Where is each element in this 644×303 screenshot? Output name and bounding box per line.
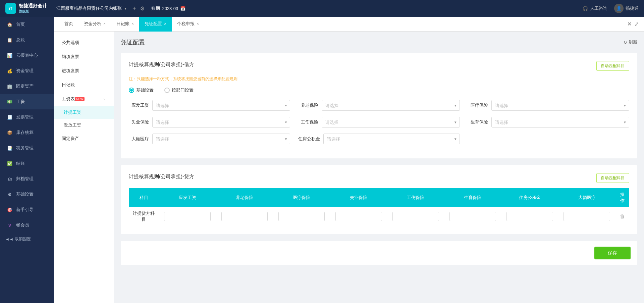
- td-action[interactable]: 🗑: [615, 207, 629, 226]
- tab-diary[interactable]: 日记账 ×: [111, 17, 139, 32]
- archive-icon: 🗂: [7, 176, 13, 182]
- sidebar-item-home[interactable]: 🏠 首页: [0, 17, 54, 32]
- td-unemployment-input[interactable]: [330, 207, 387, 226]
- tab-tax-close[interactable]: ×: [197, 21, 199, 26]
- input-base-salary[interactable]: [164, 212, 211, 221]
- sidebar-item-salary[interactable]: 💵 工资: [0, 94, 54, 109]
- radio-basic-circle: [129, 88, 134, 93]
- radio-basic-label: 基础设置: [136, 87, 154, 93]
- sidebar-item-guide[interactable]: 🎯 新手引导: [0, 202, 54, 217]
- select-maternity[interactable]: 请选择 ▼: [491, 117, 629, 128]
- select-unemployment[interactable]: 请选择 ▼: [152, 117, 290, 128]
- select-pension-input[interactable]: 请选择: [322, 100, 460, 111]
- company-selector[interactable]: 江西服宝精品有限责任公司内账张 ▼: [56, 5, 127, 11]
- delete-row-button[interactable]: 🗑: [620, 214, 625, 219]
- left-nav-public[interactable]: 公共选项: [54, 36, 114, 50]
- cancel-fixed-button[interactable]: ◄◄ 取消固定: [0, 233, 54, 245]
- left-nav-sales[interactable]: 销项发票: [54, 50, 114, 64]
- sidebar-label-funds: 资金管理: [16, 68, 34, 74]
- credit-section-title: 计提核算规则(公司承担)-贷方: [129, 173, 194, 180]
- close-window-icon[interactable]: ✕: [627, 21, 632, 27]
- tab-tax[interactable]: 个税申报 ×: [172, 17, 204, 32]
- debit-auto-match-button[interactable]: 自动匹配科目: [596, 61, 629, 71]
- td-housing-input[interactable]: [501, 207, 558, 226]
- form-row-3: 大额医疗 请选择 ▼ 住房公积金: [129, 134, 629, 144]
- select-pension[interactable]: 请选择 ▼: [322, 100, 460, 111]
- tab-voucher[interactable]: 凭证配置 ×: [139, 17, 172, 32]
- input-housing[interactable]: [506, 212, 553, 221]
- td-injury-input[interactable]: [387, 207, 444, 226]
- td-maternity-input[interactable]: [444, 207, 501, 226]
- select-maternity-input[interactable]: 请选择: [491, 117, 629, 128]
- user-menu[interactable]: 👤 畅捷通: [614, 4, 639, 13]
- select-base-salary-input[interactable]: 请选择: [152, 100, 290, 111]
- input-injury[interactable]: [392, 212, 439, 221]
- calendar-icon[interactable]: 📅: [180, 6, 185, 11]
- sidebar-item-invoice[interactable]: 🧾 发票管理: [0, 109, 54, 125]
- input-unemployment[interactable]: [335, 212, 382, 221]
- td-subject-label: 计提贷方科目: [129, 207, 159, 226]
- input-maternity[interactable]: [449, 212, 496, 221]
- refresh-button[interactable]: ↻ 刷新: [624, 39, 637, 45]
- sidebar-item-checkout[interactable]: ✅ 结账: [0, 156, 54, 171]
- field-injury: 工伤保险 请选择 ▼: [298, 117, 460, 128]
- tab-diary-close[interactable]: ×: [131, 21, 134, 26]
- left-nav-salary-table[interactable]: 工资表 NEW ∨: [54, 92, 114, 106]
- th-injury: 工伤保险: [387, 188, 444, 207]
- td-pension-input[interactable]: [216, 207, 273, 226]
- sidebar-item-assets[interactable]: 🏢 固定资产: [0, 79, 54, 94]
- select-medical-input[interactable]: 请选择: [491, 100, 629, 111]
- select-injury[interactable]: 请选择 ▼: [322, 117, 460, 128]
- input-pension[interactable]: [221, 212, 268, 221]
- sidebar-label-invoice: 发票管理: [16, 114, 34, 120]
- left-nav-diary[interactable]: 日记账: [54, 78, 114, 92]
- tab-home[interactable]: 首页: [59, 17, 78, 32]
- select-housing-fund[interactable]: 请选择 ▼: [323, 134, 460, 144]
- add-tab-button[interactable]: +: [132, 5, 136, 12]
- refresh-icon: ↻: [624, 40, 627, 45]
- topbar-right: 🎧 人工咨询 👤 畅捷通: [583, 4, 639, 13]
- select-base-salary[interactable]: 请选择 ▼: [152, 100, 290, 111]
- td-base-salary-input[interactable]: [159, 207, 216, 226]
- sidebar-item-ledger[interactable]: 📋 总账: [0, 32, 54, 48]
- left-nav-fixed-assets[interactable]: 固定资产: [54, 132, 114, 146]
- input-large-medical[interactable]: [564, 212, 610, 221]
- select-large-medical[interactable]: 请选择 ▼: [152, 134, 290, 144]
- expand-icon[interactable]: ⤢: [634, 21, 639, 27]
- sidebar-label-settings: 基础设置: [16, 191, 34, 197]
- left-nav-purchase[interactable]: 进项发票: [54, 64, 114, 78]
- td-medical-input[interactable]: [273, 207, 330, 226]
- settings-icon[interactable]: ⚙: [140, 5, 145, 12]
- funds-icon: 💰: [7, 68, 13, 74]
- select-large-medical-input[interactable]: 请选择: [152, 134, 290, 144]
- sidebar-item-funds[interactable]: 💰 资金管理: [0, 63, 54, 79]
- select-medical[interactable]: 请选择 ▼: [491, 100, 629, 111]
- radio-dept[interactable]: 按部门设置: [164, 87, 194, 93]
- right-panel: 凭证配置 ↻ 刷新 计提核算规则(公司承担)-借方 自动匹配科目 注：只能选择一…: [114, 32, 644, 303]
- tab-funds[interactable]: 资金分析 ×: [78, 17, 111, 32]
- save-button[interactable]: 保存: [594, 247, 631, 259]
- sidebar-label-tax: 税务管理: [16, 145, 34, 151]
- sidebar-item-archive[interactable]: 🗂 归档管理: [0, 171, 54, 187]
- td-large-medical-input[interactable]: [558, 207, 615, 226]
- tab-voucher-close[interactable]: ×: [164, 21, 166, 26]
- select-unemployment-input[interactable]: 请选择: [152, 117, 290, 128]
- left-nav-pay-salary[interactable]: 发放工资: [54, 119, 114, 132]
- radio-basic[interactable]: 基础设置: [129, 87, 154, 93]
- tab-funds-close[interactable]: ×: [103, 21, 106, 26]
- period-selector[interactable]: 账期 2023-03 📅: [151, 5, 185, 11]
- tab-bar: 首页 资金分析 × 日记账 × 凭证配置 × 个税申报 × ✕ ⤢: [54, 17, 644, 32]
- credit-auto-match-button[interactable]: 自动匹配科目: [596, 173, 629, 183]
- sidebar-item-reports[interactable]: 📊 云报表中心: [0, 48, 54, 63]
- input-medical[interactable]: [278, 212, 325, 221]
- sidebar-item-settings[interactable]: ⚙ 基础设置: [0, 187, 54, 202]
- select-housing-fund-input[interactable]: 请选择: [323, 134, 460, 144]
- debit-section-title: 计提核算规则(公司承担)-借方: [129, 61, 194, 68]
- th-large-medical: 大额医疗: [558, 188, 615, 207]
- left-nav-calc-salary[interactable]: 计提工资: [54, 106, 114, 119]
- sidebar-item-tax[interactable]: 📑 税务管理: [0, 140, 54, 156]
- select-injury-input[interactable]: 请选择: [322, 117, 460, 128]
- sidebar-item-vip[interactable]: V 畅会员: [0, 217, 54, 233]
- consult-button[interactable]: 🎧 人工咨询: [583, 5, 607, 11]
- sidebar-item-inventory[interactable]: 📦 库存核算: [0, 125, 54, 140]
